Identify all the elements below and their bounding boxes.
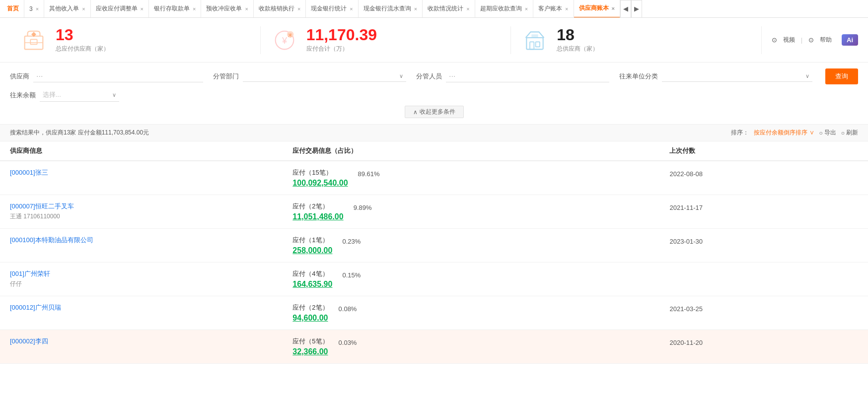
svg-rect-9 (530, 42, 534, 49)
nav-tab-payment[interactable]: 收款核销执行 × (254, 0, 306, 18)
tab-bank-close[interactable]: × (193, 6, 196, 12)
refresh-label: 刷新 (846, 129, 858, 137)
nav-arrow-right[interactable]: ▶ (631, 0, 642, 18)
collapse-label: 收起更多条件 (420, 108, 455, 116)
tab-supplier-ledger-close[interactable]: × (612, 5, 615, 11)
payable-count-6: 应付（5笔） (292, 337, 328, 346)
nav-tab-customer-ledger[interactable]: 客户账本 × (533, 0, 574, 18)
export-icon: ○ (819, 130, 823, 136)
help-link[interactable]: 帮助 (820, 36, 832, 44)
svg-rect-1 (30, 39, 37, 44)
sort-arrow-icon: ∨ (809, 129, 814, 136)
payable-info-4: 应付（4笔） 164,635.90 (292, 269, 332, 289)
table-row: [000012]广州贝瑞 应付（2笔） 94,600.00 0.08% 2021… (0, 296, 868, 330)
payable-amount-3[interactable]: 258,000.00 (292, 246, 332, 255)
tab-bank-label: 银行存取款单 (154, 4, 190, 13)
supplier-link-1[interactable]: [000001]张三 (10, 169, 48, 176)
payable-amount-4[interactable]: 164,635.90 (292, 280, 332, 289)
table-header: 供应商信息 应付交易信息（占比） 上次付数 (0, 141, 868, 161)
payable-percent-6: 0.03% (339, 337, 357, 346)
category-dropdown[interactable]: ∨ (662, 71, 812, 82)
payable-amount-1[interactable]: 100,092,540.00 (292, 179, 348, 188)
tab-cashflow-label: 现金银行流水查询 (363, 4, 411, 13)
tab-cashflow-close[interactable]: × (414, 6, 417, 12)
video-link[interactable]: 视频 (783, 36, 795, 44)
filter-person: 分管人员 ··· (416, 71, 609, 82)
tab-payment-close[interactable]: × (297, 6, 300, 12)
payable-count-5: 应付（2笔） (292, 303, 328, 312)
ai-badge[interactable]: Ai (842, 34, 858, 46)
nav-tab-collection-stat[interactable]: 收款情况统计 × (423, 0, 475, 18)
results-summary: 搜索结果中，供应商13家 应付金额111,703,854.00元 (10, 129, 149, 137)
supplier-link-4[interactable]: [001]广州荣轩 (10, 270, 50, 277)
balance-dropdown[interactable]: 选择... ∨ (40, 88, 119, 102)
payable-total-number: 11,170.39 (306, 27, 377, 43)
payable-col-6: 应付（5笔） 32,366.00 0.03% (292, 337, 669, 356)
payable-info-3: 应付（1笔） 258,000.00 (292, 236, 332, 255)
nav-tab-cashflow[interactable]: 现金银行流水查询 × (359, 0, 423, 18)
nav-tab-overdue[interactable]: 超期应收款查询 × (475, 0, 533, 18)
tab-adjustment-close[interactable]: × (141, 6, 144, 12)
tab-3-close[interactable]: × (36, 6, 39, 12)
supplier-input-wrap[interactable]: ··· (33, 71, 203, 82)
nav-tab-cash-stat[interactable]: 现金银行统计 × (306, 0, 358, 18)
nav-tab-adjustment[interactable]: 应收应付调整单 × (91, 0, 149, 18)
supplier-dots: ··· (36, 72, 43, 81)
dept-dropdown[interactable]: ∨ (243, 71, 406, 82)
svg-rect-12 (532, 34, 538, 38)
tab-customer-ledger-close[interactable]: × (565, 6, 568, 12)
person-input-wrap[interactable]: ··· (446, 71, 609, 82)
balance-arrow: ∨ (112, 92, 116, 98)
payable-col-1: 应付（15笔） 100,092,540.00 89.61% (292, 168, 669, 188)
tab-other-income-label: 其他收入单 (49, 4, 79, 13)
payable-amount-5[interactable]: 94,600.00 (292, 314, 328, 323)
payable-suppliers-label: 总应付供应商（家） (56, 45, 109, 53)
nav-tab-prepay[interactable]: 预收冲应收单 × (201, 0, 253, 18)
refresh-button[interactable]: ○ 刷新 (841, 129, 858, 137)
collapse-button[interactable]: ∧ 收起更多条件 (405, 106, 464, 118)
query-button[interactable]: 查询 (825, 68, 858, 84)
data-table: 供应商信息 应付交易信息（占比） 上次付数 [000001]张三 应付（15笔）… (0, 141, 868, 394)
payable-count-2: 应付（2笔） (292, 202, 343, 211)
payable-info-2: 应付（2笔） 11,051,486.00 (292, 202, 343, 221)
nav-tab-home[interactable]: 首页 (2, 0, 24, 18)
lastpay-col-5: 2021-03-25 (669, 303, 858, 313)
col-header-payable: 应付交易信息（占比） (292, 146, 669, 155)
sort-dropdown[interactable]: 按应付余额倒序排序 ∨ (754, 129, 814, 137)
tab-cash-stat-close[interactable]: × (350, 6, 353, 12)
balance-label: 往来余额 (10, 91, 36, 100)
tab-overdue-close[interactable]: × (525, 6, 528, 12)
payable-amount-6[interactable]: 32,366.00 (292, 347, 328, 356)
summary-bar: 13 总应付供应商（家） ¥ 米 11,170.39 应付合计（万） (0, 18, 868, 63)
payable-col-2: 应付（2笔） 11,051,486.00 9.89% (292, 202, 669, 221)
tab-prepay-close[interactable]: × (245, 6, 248, 12)
nav-arrow-left[interactable]: ◀ (620, 0, 631, 18)
nav-tab-3[interactable]: 3 × (24, 0, 44, 18)
payable-col-4: 应付（4笔） 164,635.90 0.15% (292, 269, 669, 289)
tab-other-income-close[interactable]: × (82, 6, 85, 12)
nav-tab-bank[interactable]: 银行存取款单 × (149, 0, 201, 18)
svg-rect-8 (527, 38, 543, 49)
nav-tab-supplier-ledger[interactable]: 供应商账本 × (574, 0, 620, 18)
results-bar: 搜索结果中，供应商13家 应付金额111,703,854.00元 排序： 按应付… (0, 125, 868, 141)
svg-text:米: 米 (288, 32, 292, 37)
svg-rect-10 (536, 42, 540, 47)
supplier-link-6[interactable]: [000002]李四 (10, 337, 48, 345)
summary-actions: ⊙ 视频 | ⊙ 帮助 Ai (762, 34, 858, 46)
payable-total-label: 应付合计（万） (306, 45, 377, 53)
results-bar-right: 排序： 按应付余额倒序排序 ∨ ○ 导出 ○ 刷新 (731, 129, 858, 137)
tab-adjustment-label: 应收应付调整单 (96, 4, 138, 13)
export-label: 导出 (824, 129, 836, 137)
supplier-link-3[interactable]: [000100]本特勤油品有限公司 (10, 236, 93, 244)
payable-amount-2[interactable]: 11,051,486.00 (292, 212, 343, 221)
lastpay-col-6: 2020-11-20 (669, 337, 858, 346)
export-button[interactable]: ○ 导出 (819, 129, 836, 137)
supplier-link-2[interactable]: [000007]恒旺二手叉车 (10, 202, 74, 210)
total-suppliers-label: 总供应商（家） (557, 45, 598, 53)
supplier-label: 供应商 (10, 72, 29, 81)
tab-collection-stat-close[interactable]: × (466, 6, 469, 12)
nav-tab-other-income[interactable]: 其他收入单 × (44, 0, 90, 18)
supplier-link-5[interactable]: [000012]广州贝瑞 (10, 304, 61, 311)
category-label: 往来单位分类 (619, 72, 658, 81)
payable-percent-3: 0.23% (342, 236, 361, 245)
